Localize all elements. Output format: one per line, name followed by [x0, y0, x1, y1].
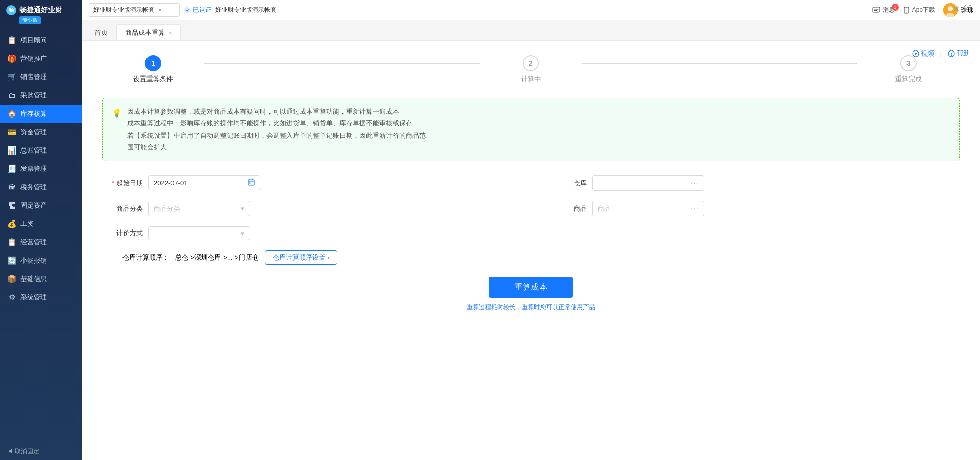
- sidebar-item-payroll[interactable]: 💰 工资: [0, 215, 82, 233]
- step-2-label: 计算中: [521, 74, 541, 84]
- message-button[interactable]: 消息 1: [872, 6, 895, 14]
- svg-marker-7: [915, 53, 917, 55]
- sidebar-item-label: 库存核算: [20, 109, 47, 118]
- warehouse-order-text: 总仓->深圳仓库->...->门店仓: [175, 253, 259, 262]
- step-3-circle: 3: [900, 55, 917, 71]
- expense-icon: 🔄: [7, 256, 16, 265]
- category-label: 商品分类: [102, 204, 148, 213]
- sidebar-logo: 畅 畅捷通好业财 专业版: [0, 0, 82, 29]
- assets-icon: 🏗: [7, 201, 16, 210]
- sidebar-item-label: 总账管理: [20, 146, 47, 155]
- window-controls: ✕ ⛶: [953, 4, 972, 14]
- form-row-date-warehouse: 起始日期 2022-07-01 8 仓库: [102, 175, 960, 191]
- content-area: 视频 | ? 帮助 1 设置重算条件 2 计算中: [82, 41, 980, 460]
- category-select[interactable]: 商品分类 ▾: [148, 201, 250, 216]
- sidebar-item-purchase[interactable]: 🗂 采购管理: [0, 86, 82, 105]
- warehouse-input[interactable]: ···: [592, 175, 704, 191]
- app-download-button[interactable]: App下载: [903, 6, 935, 14]
- category-chevron-down-icon: ▾: [241, 205, 244, 212]
- product-label: 商品: [546, 204, 592, 213]
- sidebar-item-marketing[interactable]: 🎁 营销推广: [0, 49, 82, 68]
- expand-window-button[interactable]: ⛶: [964, 5, 972, 14]
- form-pricing: 计价方式 ▾: [102, 226, 960, 240]
- sidebar-item-project[interactable]: 📋 项目顾问: [0, 31, 82, 49]
- sidebar-nav: 📋 项目顾问 🎁 营销推广 🛒 销售管理 🗂 采购管理 🏠 库存核算 💳 资金管…: [0, 29, 82, 443]
- pricing-select[interactable]: ▾: [148, 226, 250, 240]
- invoice-icon: 🧾: [7, 164, 16, 173]
- sidebar-item-assets[interactable]: 🏗 固定资产: [0, 196, 82, 215]
- step-1-circle: 1: [145, 55, 161, 71]
- svg-rect-0: [873, 7, 880, 12]
- start-date-input[interactable]: 2022-07-01 8: [148, 175, 260, 190]
- payroll-icon: 💰: [7, 219, 16, 228]
- steps-indicator: 1 设置重算条件 2 计算中 3 重算完成: [102, 55, 960, 84]
- account-selector-text: 好业财专业版演示帐套: [93, 6, 155, 14]
- warehouse-order-settings-button[interactable]: 仓库计算顺序设置 ›: [265, 250, 337, 265]
- product-dots-icon[interactable]: ···: [691, 204, 699, 213]
- sidebar-item-label: 发票管理: [20, 164, 47, 173]
- sidebar-item-label: 项目顾问: [20, 36, 47, 45]
- selector-chevron-down-icon: ▾: [159, 7, 161, 13]
- close-window-button[interactable]: ✕: [953, 4, 960, 14]
- form-category: 商品分类 商品分类 ▾: [102, 201, 516, 216]
- topbar-account-name: 好业财专业版演示帐套: [215, 6, 277, 14]
- tab-close-icon[interactable]: ×: [169, 30, 172, 36]
- step-1: 1 设置重算条件: [102, 55, 204, 84]
- pricing-chevron-down-icon: ▾: [241, 229, 244, 237]
- tab-home-label: 首页: [94, 28, 108, 37]
- sidebar-unpin-button[interactable]: ◀ 取消固定: [0, 443, 82, 460]
- recalc-hint: 重算过程耗时较长，重算时您可以正常使用产品: [467, 303, 595, 312]
- sidebar-item-tax[interactable]: 🏛 税务管理: [0, 178, 82, 196]
- warehouse-order-btn-label: 仓库计算顺序设置: [273, 253, 326, 262]
- sidebar-logo-title: 畅 畅捷通好业财: [6, 5, 62, 15]
- info-line-4: 围可能会扩大: [127, 141, 426, 153]
- mobile-icon: [903, 7, 910, 14]
- topbar: 好业财专业版演示帐套 ▾ 已认证 好业财专业版演示帐套 消息 1: [82, 0, 980, 20]
- tax-icon: 🏛: [7, 183, 16, 192]
- basic-icon: 📦: [7, 274, 16, 284]
- svg-point-4: [948, 6, 953, 11]
- verified-badge: 已认证: [184, 6, 211, 14]
- warehouse-label: 仓库: [546, 178, 592, 188]
- category-placeholder: 商品分类: [154, 204, 180, 213]
- sidebar-item-label: 固定资产: [20, 201, 47, 210]
- message-badge: 1: [892, 4, 899, 11]
- project-icon: 📋: [7, 36, 16, 45]
- sidebar-item-label: 营销推广: [20, 54, 47, 63]
- tab-recalc[interactable]: 商品成本重算 ×: [116, 24, 181, 40]
- sidebar-item-inventory[interactable]: 🏠 库存核算: [0, 105, 82, 123]
- form-start-date: 起始日期 2022-07-01 8: [102, 175, 516, 190]
- info-line-2: 成本重算过程中，影响库存账的操作均不能操作，比如进货单、销货单、库存单据不能审核…: [127, 117, 426, 129]
- sidebar-item-operations[interactable]: 📋 经营管理: [0, 233, 82, 251]
- tab-recalc-label: 商品成本重算: [125, 28, 165, 37]
- sidebar-item-label: 经营管理: [20, 238, 47, 247]
- sidebar-item-sales[interactable]: 🛒 销售管理: [0, 68, 82, 86]
- info-text: 因成本计算参数调整，或是对商品成本有疑问时，可以通过成本重算功能，重新计算一遍成…: [127, 106, 426, 154]
- product-input[interactable]: 商品 ···: [592, 201, 704, 216]
- sidebar-app-name: 畅捷通好业财: [19, 6, 62, 15]
- step-line-2-3: [582, 63, 857, 64]
- purchase-icon: 🗂: [7, 91, 16, 100]
- sidebar-item-accounting[interactable]: 📊 总账管理: [0, 141, 82, 160]
- recalculate-button[interactable]: 重算成本: [489, 277, 573, 298]
- svg-text:8: 8: [249, 182, 251, 185]
- tabs-bar: 首页 商品成本重算 × ✕ ⛶: [82, 20, 980, 41]
- calendar-icon[interactable]: 8: [248, 178, 255, 187]
- sales-icon: 🛒: [7, 72, 16, 82]
- message-icon: [872, 6, 880, 14]
- operations-icon: 📋: [7, 238, 16, 247]
- sidebar-item-invoice[interactable]: 🧾 发票管理: [0, 160, 82, 178]
- sidebar-item-finance[interactable]: 💳 资金管理: [0, 123, 82, 141]
- form-row-pricing: 计价方式 ▾: [102, 226, 960, 240]
- sidebar-item-label: 销售管理: [20, 72, 47, 82]
- info-line-1: 因成本计算参数调整，或是对商品成本有疑问时，可以通过成本重算功能，重新计算一遍成…: [127, 106, 426, 117]
- start-date-label: 起始日期: [102, 178, 148, 188]
- app-download-label: App下载: [912, 6, 935, 14]
- account-selector[interactable]: 好业财专业版演示帐套 ▾: [88, 3, 180, 17]
- tab-home[interactable]: 首页: [86, 24, 116, 40]
- sidebar-item-basic[interactable]: 📦 基础信息: [0, 270, 82, 288]
- inventory-icon: 🏠: [7, 109, 16, 118]
- sidebar-item-expense[interactable]: 🔄 小畅报销: [0, 251, 82, 270]
- warehouse-dots-icon[interactable]: ···: [691, 178, 699, 188]
- sidebar-item-system[interactable]: ⚙ 系统管理: [0, 288, 82, 306]
